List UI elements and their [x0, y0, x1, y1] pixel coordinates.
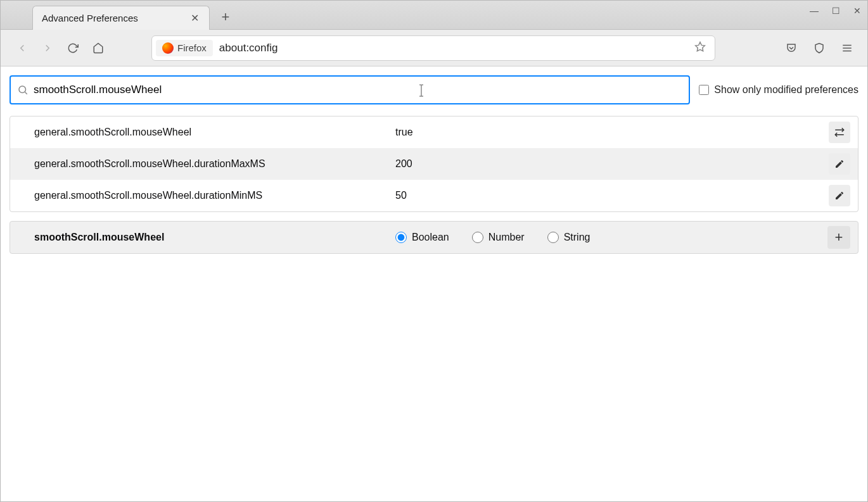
type-radio-string-input[interactable]: [547, 232, 559, 243]
edit-button[interactable]: [829, 153, 850, 175]
bookmark-star-icon[interactable]: [689, 41, 711, 54]
type-radio-string[interactable]: String: [547, 232, 590, 243]
prefs-table: general.smoothScroll.mouseWheel true gen…: [10, 116, 858, 212]
show-only-modified-label: Show only modified preferences: [714, 84, 858, 96]
pref-value: 50: [395, 190, 829, 201]
aboutconfig-content: Show only modified preferences general.s…: [1, 66, 867, 263]
back-button[interactable]: [12, 38, 32, 58]
pocket-icon[interactable]: [782, 39, 800, 57]
pref-row[interactable]: general.smoothScroll.mouseWheel true: [10, 116, 858, 148]
close-tab-icon[interactable]: ✕: [189, 13, 200, 24]
svg-marker-0: [696, 42, 705, 51]
new-pref-row: smoothScroll.mouseWheel Boolean Number S…: [10, 221, 858, 254]
search-input[interactable]: [34, 84, 682, 96]
toggle-button[interactable]: [829, 122, 850, 143]
identity-label: Firefox: [177, 42, 207, 53]
pref-value: 200: [395, 158, 829, 170]
add-pref-button[interactable]: +: [827, 226, 850, 249]
type-radio-number-input[interactable]: [472, 232, 483, 243]
type-radio-boolean[interactable]: Boolean: [395, 232, 449, 243]
app-menu-icon[interactable]: [838, 39, 856, 57]
pref-name: general.smoothScroll.mouseWheel: [34, 127, 395, 138]
search-box[interactable]: [10, 75, 690, 104]
search-icon: [17, 84, 29, 96]
shield-icon[interactable]: [810, 39, 828, 57]
nav-toolbar: Firefox about:config: [1, 30, 867, 66]
type-radio-number[interactable]: Number: [472, 232, 525, 243]
show-only-modified-checkbox[interactable]: Show only modified preferences: [699, 84, 858, 96]
forward-button[interactable]: [37, 38, 58, 58]
window-controls: — ☐ ✕: [809, 6, 862, 16]
type-radio-label: String: [564, 232, 590, 243]
new-pref-name: smoothScroll.mouseWheel: [34, 232, 395, 243]
type-radio-label: Number: [488, 232, 525, 243]
pencil-icon: [834, 191, 845, 201]
browser-tab[interactable]: Advanced Preferences ✕: [32, 6, 210, 30]
svg-line-5: [25, 92, 27, 94]
pref-row[interactable]: general.smoothScroll.mouseWheel.duration…: [10, 148, 858, 180]
url-text: about:config: [219, 42, 689, 54]
new-tab-button[interactable]: +: [216, 8, 235, 27]
maximize-icon[interactable]: ☐: [831, 6, 841, 16]
show-only-modified-input[interactable]: [699, 85, 709, 95]
url-bar[interactable]: Firefox about:config: [151, 35, 715, 61]
type-radio-boolean-input[interactable]: [395, 232, 407, 243]
pencil-icon: [834, 159, 845, 169]
close-window-icon[interactable]: ✕: [852, 6, 862, 16]
firefox-logo-icon: [162, 42, 174, 54]
identity-box[interactable]: Firefox: [156, 40, 213, 56]
pref-name: general.smoothScroll.mouseWheel.duration…: [34, 190, 395, 201]
pref-name: general.smoothScroll.mouseWheel.duration…: [34, 158, 395, 170]
type-radio-label: Boolean: [412, 232, 449, 243]
tab-title: Advanced Preferences: [42, 13, 189, 23]
toggle-icon: [834, 127, 845, 138]
home-button[interactable]: [88, 38, 108, 58]
minimize-icon[interactable]: —: [809, 6, 819, 16]
pref-row[interactable]: general.smoothScroll.mouseWheel.duration…: [10, 180, 858, 211]
svg-point-4: [19, 86, 26, 93]
titlebar: Advanced Preferences ✕ + — ☐ ✕: [1, 1, 867, 30]
reload-button[interactable]: [63, 38, 83, 58]
type-radio-group: Boolean Number String: [395, 232, 827, 243]
edit-button[interactable]: [829, 185, 850, 206]
pref-value: true: [395, 127, 829, 138]
